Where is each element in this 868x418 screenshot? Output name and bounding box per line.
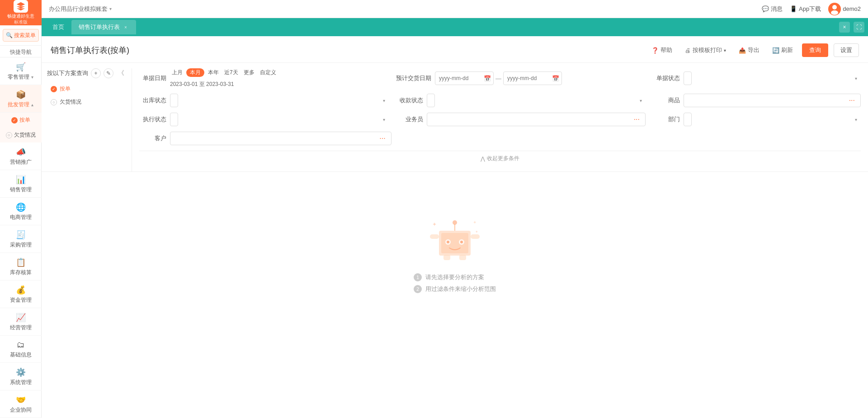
salesperson-more-button[interactable]: ···: [632, 115, 642, 124]
purchase-label: 采购管理: [10, 241, 32, 249]
tab-home[interactable]: 首页: [45, 20, 71, 34]
date-to-wrap: 📅: [503, 71, 562, 85]
edit-scheme-button[interactable]: ✎: [104, 68, 113, 78]
scheme-circle-debt: ○: [51, 99, 57, 105]
page-actions: ❓ 帮助 🖨 按模板打印 ▾ 📤 导出 🔄 刷新: [648, 43, 859, 57]
doc-status-chevron: ▾: [855, 76, 857, 81]
receipt-chevron: ▾: [640, 98, 642, 103]
customer-more-button[interactable]: ···: [377, 134, 387, 142]
sales-mgmt-icon: 📊: [16, 175, 26, 185]
exec-status-select[interactable]: [170, 113, 178, 126]
sidebar-item-operations[interactable]: 📈 经营管理: [0, 308, 42, 336]
retail-icon: 🛒: [16, 62, 26, 72]
salesperson-input[interactable]: [431, 116, 632, 123]
sidebar-item-wholesale[interactable]: 📦 批发管理 ▴: [0, 85, 42, 113]
doc-status-label: 单据状态: [653, 74, 680, 82]
enterprise-icon: 🤝: [16, 395, 26, 405]
topbar: 办公用品行业模拟账套 ▾ 💬 消息 📱 App下载 demo2: [42, 0, 868, 18]
date-tag-more[interactable]: 更多: [242, 68, 256, 77]
sales-mgmt-label: 销售管理: [10, 186, 32, 194]
scheme-item-debt[interactable]: ○ 欠货情况: [47, 96, 126, 108]
sidebar-item-marketing[interactable]: 📣 营销推广: [0, 142, 42, 170]
doc-status-select[interactable]: [684, 71, 692, 85]
sidebar-item-finance[interactable]: 💰 资金管理: [0, 280, 42, 308]
topbar-right: 💬 消息 📱 App下载 demo2: [762, 3, 861, 15]
date-tag-last-month[interactable]: 上月: [170, 68, 184, 77]
sidebar-sub-debt[interactable]: ○ 欠货情况: [0, 128, 42, 142]
sidebar-item-sales-mgmt[interactable]: 📊 销售管理: [0, 170, 42, 198]
svg-point-6: [447, 241, 449, 243]
svg-rect-3: [441, 233, 468, 253]
app-download-button[interactable]: 📱 App下载: [790, 5, 821, 13]
sidebar-item-enterprise[interactable]: 🤝 企业协同: [0, 390, 42, 418]
operations-label: 经营管理: [10, 324, 32, 332]
query-button[interactable]: 查询: [802, 43, 828, 57]
marketing-icon: 📣: [16, 147, 26, 157]
quick-nav-label[interactable]: 快捷导航: [0, 46, 42, 57]
sidebar-item-inventory[interactable]: 📋 库存核算: [0, 253, 42, 280]
step-1-text: 请先选择要分析的方案: [425, 273, 484, 281]
customer-input[interactable]: [174, 135, 377, 142]
refresh-label: 刷新: [781, 46, 793, 54]
exec-select-wrap: ▾: [170, 113, 389, 126]
cal-to-icon[interactable]: 📅: [552, 75, 559, 82]
sidebar-item-system[interactable]: ⚙️ 系统管理: [0, 363, 42, 390]
receipt-status-select[interactable]: [427, 94, 435, 107]
goods-more-button[interactable]: ···: [847, 96, 857, 104]
scheme-item-order[interactable]: ✓ 按单: [47, 83, 126, 95]
page-content: 销售订单执行表(按单) ❓ 帮助 🖨 按模板打印 ▾ 📤 导出: [42, 36, 868, 418]
industry-selector[interactable]: 办公用品行业模拟账套 ▾: [49, 5, 112, 13]
dept-label: 部门: [653, 115, 680, 124]
export-button[interactable]: 📤 导出: [735, 44, 763, 56]
sidebar-sub-order[interactable]: ✓ 按单: [0, 113, 42, 128]
wholesale-icon: 📦: [16, 90, 26, 100]
empty-steps: 1 请先选择要分析的方案 2 用过滤条件来缩小分析范围: [414, 273, 496, 293]
empty-step-1: 1 请先选择要分析的方案: [414, 273, 496, 281]
collapse-scheme-button[interactable]: 《: [116, 68, 126, 78]
exec-status-field: 执行状态 ▾: [139, 113, 389, 126]
sidebar-item-ecommerce[interactable]: 🌐 电商管理: [0, 198, 42, 225]
tab-sales-order-close[interactable]: ×: [123, 24, 129, 30]
help-button[interactable]: ❓ 帮助: [648, 44, 676, 56]
shipment-status-select[interactable]: [170, 94, 178, 107]
date-tag-7days[interactable]: 近7天: [222, 68, 240, 77]
search-menu-button[interactable]: 🔍 搜索菜单: [3, 29, 39, 42]
step-2-num: 2: [414, 285, 422, 293]
shipment-status-field: 出库状态 ▾: [139, 94, 389, 107]
svg-text:✦: ✦: [475, 230, 478, 234]
empty-illustration: ✦ ✦ ✦: [428, 208, 482, 262]
refresh-button[interactable]: 🔄 刷新: [769, 44, 797, 56]
app-logo[interactable]: 畅捷通好生意 标准版: [0, 0, 42, 25]
search-menu-area: 🔍 搜索菜单: [0, 25, 42, 46]
message-button[interactable]: 💬 消息: [762, 5, 783, 13]
app-download-label: App下载: [799, 5, 821, 13]
dept-select[interactable]: [684, 113, 692, 126]
settings-button[interactable]: 设置: [834, 43, 859, 57]
doc-status-field: 单据状态 ▾: [653, 71, 861, 85]
collapse-more-button[interactable]: ⋀ 收起更多条件: [139, 151, 861, 166]
goods-input[interactable]: [688, 97, 847, 104]
retail-arrow: ▾: [31, 75, 33, 80]
add-scheme-button[interactable]: +: [91, 68, 101, 78]
tab-sales-order[interactable]: 销售订单执行表 ×: [71, 20, 136, 34]
svg-point-9: [453, 220, 457, 225]
date-from-wrap: 📅: [435, 71, 494, 85]
date-tag-this-year[interactable]: 本年: [206, 68, 221, 77]
empty-step-2: 2 用过滤条件来缩小分析范围: [414, 285, 496, 293]
dept-select-wrap: ▾: [684, 113, 861, 126]
filter-row-2: 出库状态 ▾ 收款状态: [139, 94, 861, 107]
print-template-button[interactable]: 🖨 按模板打印 ▾: [681, 44, 730, 56]
date-tag-custom[interactable]: 自定义: [258, 68, 278, 77]
svg-text:✦: ✦: [432, 221, 437, 228]
goods-input-wrap: ···: [684, 94, 861, 107]
print-dropdown-icon: ▾: [724, 48, 726, 53]
expand-button[interactable]: ⛶: [854, 22, 864, 33]
sidebar-item-retail[interactable]: 🛒 零售管理 ▾: [0, 57, 42, 85]
close-tab-button[interactable]: ×: [839, 22, 850, 33]
print-icon: 🖨: [685, 47, 691, 54]
sidebar-item-purchase[interactable]: 🧾 采购管理: [0, 225, 42, 253]
sidebar-item-basic[interactable]: 🗂 基础信息: [0, 336, 42, 363]
user-profile[interactable]: demo2: [828, 3, 861, 15]
date-tag-this-month[interactable]: 本月: [186, 68, 204, 77]
cal-from-icon[interactable]: 📅: [484, 75, 491, 82]
